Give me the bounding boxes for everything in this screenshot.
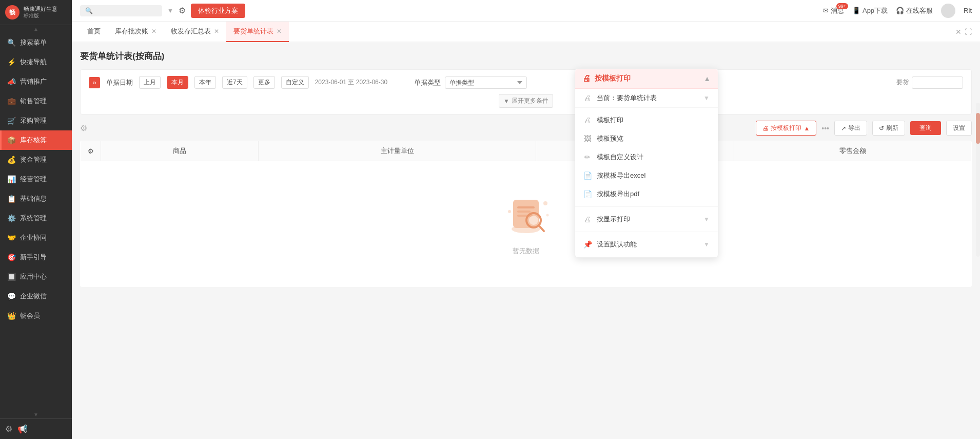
item-left: ✏ 模板自定义设计: [583, 152, 643, 162]
item-label: 按显示打印: [597, 215, 630, 224]
sidebar-item-finance[interactable]: 💰 资金管理: [0, 150, 72, 169]
scrollbar-thumb: [976, 113, 980, 144]
app-download-item[interactable]: 📱 App下载: [852, 6, 888, 15]
tab-order-stats[interactable]: 要货单统计表 ✕: [226, 22, 289, 42]
type-filter-wrapper: 单据类型 单据类型: [414, 77, 527, 89]
filter-row-expand: ▼ 展开更多条件: [89, 94, 963, 108]
query-input[interactable]: [912, 77, 963, 89]
sidebar-item-wechat[interactable]: 💬 企业微信: [0, 287, 72, 306]
empty-text: 暂无数据: [513, 246, 539, 256]
filter-toggle-button[interactable]: »: [89, 77, 100, 88]
tab-inventory-batch[interactable]: 库存批次账 ✕: [108, 22, 164, 42]
item-left: 🖨 模板打印: [583, 116, 623, 125]
dropdown-header: 🖨 按模板打印 ▲: [575, 69, 718, 89]
dropdown-arrow[interactable]: ▼: [167, 7, 173, 14]
app-name: 畅康通好生意: [24, 5, 57, 12]
printer-icon: 🖨: [762, 125, 769, 132]
content-area: 要货单统计表(按商品) » 单据日期 上月 本月 本年 近7天 更多 自定义 2…: [72, 42, 980, 439]
message-icon-item[interactable]: ✉ 消息 99+: [823, 6, 844, 15]
topbar-search-box[interactable]: 🔍: [80, 5, 162, 16]
sidebar-item-app-center[interactable]: 🔲 应用中心: [0, 267, 72, 287]
item-left: 🖨 按显示打印: [583, 215, 630, 224]
col-settings[interactable]: ⚙: [81, 141, 101, 161]
excel-icon: 📄: [583, 171, 592, 180]
expand-tabs-icon[interactable]: ⛶: [965, 28, 972, 36]
item-label: 按模板导出excel: [597, 171, 645, 180]
user-avatar[interactable]: [941, 4, 955, 18]
date-btn-last-month[interactable]: 上月: [139, 76, 161, 89]
sidebar-item-label: 应用中心: [20, 272, 47, 281]
tab-close-icon[interactable]: ✕: [151, 28, 156, 34]
flash-icon: ⚡: [7, 58, 16, 67]
settings-button[interactable]: 设置: [946, 121, 972, 136]
col-unit: 主计量单位: [258, 141, 536, 161]
sidebar-scroll-up[interactable]: ▲: [0, 25, 72, 33]
print-template-button[interactable]: 🖨 按模板打印 ▲: [756, 121, 816, 136]
dropdown-current-template[interactable]: 🖨 当前：要货单统计表 ▼: [575, 89, 718, 108]
more-icon[interactable]: •••: [821, 124, 829, 132]
sidebar-item-label: 营销推广: [20, 77, 47, 86]
tab-close-icon[interactable]: ✕: [277, 28, 282, 34]
print-arrow-icon: ▲: [803, 125, 810, 132]
dropdown-item-template-print[interactable]: 🖨 模板打印: [575, 111, 718, 129]
sidebar-item-system[interactable]: ⚙️ 系统管理: [0, 208, 72, 228]
export-button[interactable]: ↗ 导出: [834, 121, 867, 136]
dropdown-item-export-pdf[interactable]: 📄 按模板导出pdf: [575, 185, 718, 203]
sidebar-item-quicknav[interactable]: ⚡ 快捷导航: [0, 52, 72, 72]
trial-button[interactable]: 体验行业方案: [191, 4, 245, 18]
preview-icon: 🖼: [583, 135, 592, 143]
app-logo: 畅 畅康通好生意 标准版: [0, 0, 72, 25]
guide-icon: 🎯: [7, 253, 16, 262]
date-btn-custom[interactable]: 自定义: [281, 76, 309, 89]
sidebar-scroll-down[interactable]: ▼: [0, 411, 72, 418]
dropdown-item-set-default[interactable]: 📌 设置默认功能 ▼: [575, 235, 718, 254]
item-left: 📄 按模板导出excel: [583, 171, 645, 180]
message-badge: 99+: [836, 3, 848, 9]
type-select[interactable]: 单据类型: [445, 77, 527, 89]
settings-bottom-icon[interactable]: ⚙: [5, 424, 12, 434]
dropdown-item-template-design[interactable]: ✏ 模板自定义设计: [575, 148, 718, 166]
sidebar-item-purchase[interactable]: 🛒 采购管理: [0, 111, 72, 130]
sidebar-item-sales[interactable]: 💼 销售管理: [0, 91, 72, 111]
tabbar: 首页 库存批次账 ✕ 收发存汇总表 ✕ 要货单统计表 ✕ ✕ ⛶: [72, 22, 980, 42]
tab-label: 首页: [87, 27, 101, 36]
date-btn-7days[interactable]: 近7天: [222, 76, 247, 89]
dropdown-item-template-preview[interactable]: 🖼 模板预览: [575, 129, 718, 148]
print-template-dropdown: 🖨 按模板打印 ▲ 🖨 当前：要货单统计表 ▼ 🖨 模板打印: [575, 68, 718, 258]
right-scrollbar[interactable]: [976, 103, 980, 257]
tab-summary[interactable]: 收发存汇总表 ✕: [164, 22, 226, 42]
sidebar-item-guide[interactable]: 🎯 新手引导: [0, 247, 72, 267]
date-btn-more[interactable]: 更多: [253, 76, 275, 89]
svg-rect-2: [517, 206, 535, 208]
empty-state: 暂无数据: [81, 161, 971, 287]
sidebar-item-marketing[interactable]: 📣 营销推广: [0, 72, 72, 91]
date-btn-this-month[interactable]: 本月: [167, 76, 188, 89]
date-btn-this-year[interactable]: 本年: [194, 76, 216, 89]
sidebar-item-inventory[interactable]: 📦 库存核算: [0, 130, 72, 150]
refresh-button[interactable]: ↺ 刷新: [872, 121, 905, 136]
sidebar-bottom: ⚙ 📢: [0, 418, 72, 439]
sidebar-item-operations[interactable]: 📊 经营管理: [0, 169, 72, 189]
dropdown-item-export-excel[interactable]: 📄 按模板导出excel: [575, 166, 718, 185]
gear-table-icon[interactable]: ⚙: [80, 123, 87, 133]
query-button[interactable]: 查询: [910, 121, 941, 135]
sidebar-item-search[interactable]: 🔍 搜索菜单: [0, 33, 72, 52]
display-arrow: ▼: [703, 216, 710, 223]
operations-icon: 📊: [7, 175, 16, 184]
dropdown-item-display-print[interactable]: 🖨 按显示打印 ▼: [575, 210, 718, 228]
speaker-icon[interactable]: 📢: [17, 424, 28, 434]
online-service-item[interactable]: 🎧 在线客服: [896, 6, 933, 15]
tab-home[interactable]: 首页: [80, 22, 108, 42]
sidebar-item-basic-info[interactable]: 📋 基础信息: [0, 189, 72, 208]
sidebar-item-vip[interactable]: 👑 畅会员: [0, 306, 72, 326]
dropdown-section-default: 📌 设置默认功能 ▼: [575, 232, 718, 257]
tab-close-icon[interactable]: ✕: [214, 28, 219, 34]
gear-icon[interactable]: ⚙: [179, 6, 186, 15]
close-all-icon[interactable]: ✕: [955, 28, 962, 36]
expand-btn[interactable]: ▼ 展开更多条件: [499, 94, 553, 108]
sidebar-item-enterprise[interactable]: 🤝 企业协同: [0, 228, 72, 247]
dropdown-close-icon[interactable]: ▲: [703, 74, 711, 83]
col-product: 商品: [101, 141, 259, 161]
logo-icon: 畅: [5, 5, 19, 20]
dropdown-title: 按模板打印: [595, 74, 631, 83]
